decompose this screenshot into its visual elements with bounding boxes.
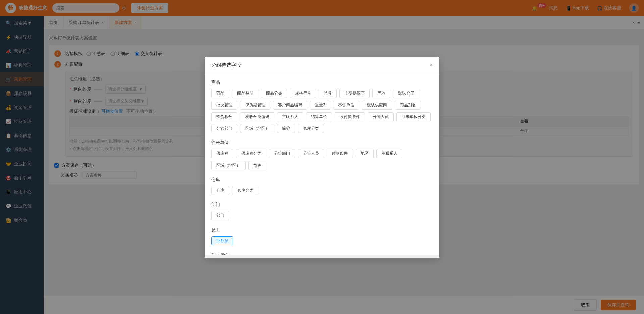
field-tag-goods-alias[interactable]: 商品别名 xyxy=(395,101,421,110)
field-tag-shelf-life[interactable]: 保质期管理 xyxy=(240,101,270,110)
field-tags-staff: 业务员 xyxy=(211,236,433,245)
section-title-staff: 员工 xyxy=(211,227,433,233)
field-tag-goods-category[interactable]: 商品分类 xyxy=(261,89,287,98)
field-tag-supplier-category[interactable]: 供应商分类 xyxy=(236,149,266,158)
field-tag-pick-points[interactable]: 拣货积分 xyxy=(211,112,237,121)
field-tag-customer-code[interactable]: 客户商品编码 xyxy=(273,101,307,110)
field-tag-retail-unit[interactable]: 零售单位 xyxy=(333,101,359,110)
field-tag-shortname2[interactable]: 简称 xyxy=(248,161,266,170)
field-tag-main-contact2[interactable]: 主联系人 xyxy=(376,149,402,158)
field-tag-shortname[interactable]: 简称 xyxy=(277,124,295,133)
field-tag-manage-person[interactable]: 分管人员 xyxy=(298,149,324,158)
modal: 分组待选字段 × 商品 商品 商品类型 商品分类 规格型号 品牌 主要供应商 产… xyxy=(205,57,439,258)
field-section-warehouse: 仓库 仓库 仓库分类 xyxy=(211,177,433,195)
field-tag-region2[interactable]: 区域（地区） xyxy=(211,161,246,170)
field-tag-salesperson[interactable]: 业务员 xyxy=(211,236,233,245)
field-tag-main-contact[interactable]: 主联系人 xyxy=(277,112,303,121)
modal-close-button[interactable]: × xyxy=(430,62,433,68)
field-tag-manage-dept[interactable]: 分管部门 xyxy=(269,149,295,158)
section-title-counterpart: 往来单位 xyxy=(211,140,433,146)
field-tag-default-warehouse[interactable]: 默认仓库 xyxy=(393,89,419,98)
field-section-goods-attr: 商品属性 属性 颜色 多规格 尺码 鞋码 1 xyxy=(211,252,433,255)
section-title-goods: 商品 xyxy=(211,79,433,85)
field-tag-department[interactable]: 部门 xyxy=(211,211,229,220)
section-title-goods-attr: 商品属性 xyxy=(211,252,433,255)
section-title-warehouse: 仓库 xyxy=(211,177,433,183)
modal-title: 分组待选字段 xyxy=(211,62,241,68)
field-tags-counterpart: 供应商 供应商分类 分管部门 分管人员 付款条件 地区 主联系人 区域（地区） … xyxy=(211,149,433,170)
field-tag-main-supplier[interactable]: 主要供应商 xyxy=(339,89,370,98)
field-tag-batch-manage[interactable]: 批次管理 xyxy=(211,101,237,110)
modal-header: 分组待选字段 × xyxy=(205,57,439,74)
field-tag-warehouse-cat[interactable]: 仓库分类 xyxy=(232,186,258,195)
field-tags-warehouse: 仓库 仓库分类 xyxy=(211,186,433,195)
field-tag-tax-code[interactable]: 税收分类编码 xyxy=(240,112,274,121)
field-tag-default-supplier[interactable]: 默认供应商 xyxy=(362,101,392,110)
field-tag-brand[interactable]: 品牌 xyxy=(319,89,337,98)
field-tag-settlement-unit[interactable]: 结算单位 xyxy=(306,112,332,121)
field-section-counterpart: 往来单位 供应商 供应商分类 分管部门 分管人员 付款条件 地区 主联系人 区域… xyxy=(211,140,433,170)
field-section-staff: 员工 业务员 xyxy=(211,227,433,245)
field-tag-area[interactable]: 地区 xyxy=(356,149,374,158)
field-tag-warehouse[interactable]: 仓库 xyxy=(211,186,229,195)
field-tag-payment-terms[interactable]: 收付款条件 xyxy=(335,112,365,121)
field-tag-weight[interactable]: 重量3 xyxy=(310,101,330,110)
field-tag-origin[interactable]: 产地 xyxy=(372,89,390,98)
field-section-goods: 商品 商品 商品类型 商品分类 规格型号 品牌 主要供应商 产地 默认仓库 批次… xyxy=(211,79,433,133)
field-tag-pay-terms[interactable]: 付款条件 xyxy=(327,149,353,158)
section-title-department: 部门 xyxy=(211,202,433,208)
field-tag-spec[interactable]: 规格型号 xyxy=(290,89,316,98)
field-tag-supplier[interactable]: 供应商 xyxy=(211,149,233,158)
field-tag-goods[interactable]: 商品 xyxy=(211,89,229,98)
field-tag-manager[interactable]: 分管人员 xyxy=(368,112,394,121)
field-tag-warehouse-category[interactable]: 仓库分类 xyxy=(298,124,324,133)
field-tag-counterpart-category[interactable]: 往来单位分类 xyxy=(396,112,431,121)
modal-body: 商品 商品 商品类型 商品分类 规格型号 品牌 主要供应商 产地 默认仓库 批次… xyxy=(205,74,439,255)
field-tag-region[interactable]: 区域（地区） xyxy=(240,124,274,133)
field-tags-department: 部门 xyxy=(211,211,433,220)
field-tags-goods: 商品 商品类型 商品分类 规格型号 品牌 主要供应商 产地 默认仓库 批次管理 … xyxy=(211,89,433,133)
field-section-department: 部门 部门 xyxy=(211,202,433,220)
modal-hscroll[interactable] xyxy=(205,255,439,257)
modal-overlay[interactable]: 分组待选字段 × 商品 商品 商品类型 商品分类 规格型号 品牌 主要供应商 产… xyxy=(0,0,644,314)
field-tag-goods-type[interactable]: 商品类型 xyxy=(232,89,258,98)
field-tag-dept[interactable]: 分管部门 xyxy=(211,124,237,133)
